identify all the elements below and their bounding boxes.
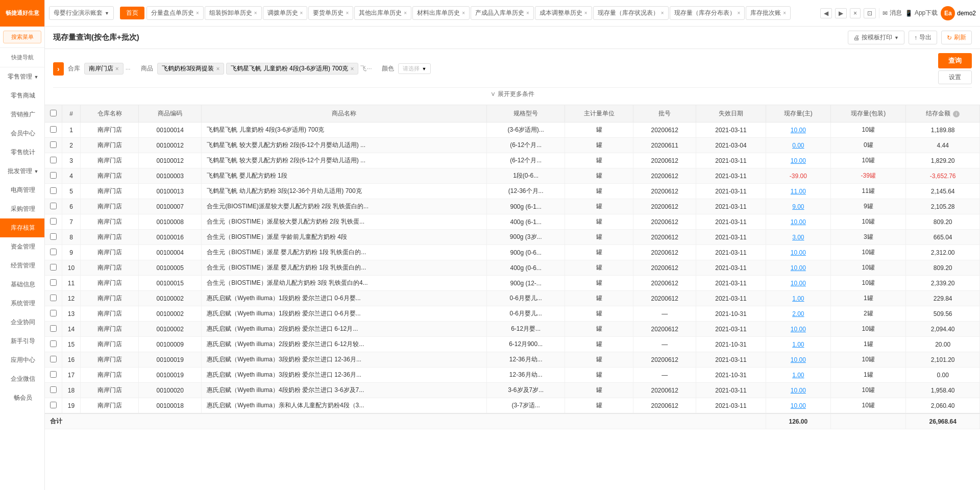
chevron-down-icon-color: ▼ bbox=[422, 66, 426, 71]
row-checkbox[interactable] bbox=[50, 172, 57, 179]
tab-batch-account[interactable]: 库存批次账 × bbox=[746, 6, 791, 20]
sidebar-item-marketing[interactable]: 营销推广 bbox=[0, 105, 44, 124]
row-checkbox[interactable] bbox=[50, 233, 57, 240]
row-checkbox[interactable] bbox=[50, 141, 57, 148]
sidebar-item-basic[interactable]: 基础信息 bbox=[0, 275, 44, 294]
close-icon-warehouse[interactable]: × bbox=[115, 65, 119, 72]
close-icon-9[interactable]: × bbox=[661, 10, 664, 16]
divider bbox=[879, 8, 879, 18]
tab-zuzhuang[interactable]: 组装拆卸单历史 × bbox=[205, 6, 262, 20]
close-icon-goods-2[interactable]: × bbox=[350, 65, 354, 72]
th-name: 商品名称 bbox=[202, 105, 487, 122]
close-icon-8[interactable]: × bbox=[584, 10, 587, 16]
close-icon-1[interactable]: × bbox=[196, 10, 199, 16]
page-actions: 🖨 按模板打印 ▼ ↑ 导出 ↻ 刷新 bbox=[848, 31, 972, 44]
query-btn-area: 查询 设置 bbox=[938, 53, 972, 84]
goods-tag-1: 飞鹤奶粉3段两提装 × bbox=[157, 63, 225, 75]
nav-maximize[interactable]: ⊡ bbox=[864, 8, 876, 18]
row-checkbox[interactable] bbox=[50, 218, 57, 225]
nav-arrow-left[interactable]: ◀ bbox=[820, 8, 832, 18]
tab-home[interactable]: 首页 bbox=[120, 7, 144, 19]
sidebar-item-retail-stats[interactable]: 零售统计 bbox=[0, 143, 44, 162]
table-row: 11南岸门店00100015合生元（BIOSTIME）派星幼儿配方奶粉 3段 乳… bbox=[45, 276, 980, 291]
nav-close-tab[interactable]: × bbox=[850, 8, 861, 18]
sidebar-item-wholesale[interactable]: 批发管理 ▼ bbox=[0, 162, 44, 181]
color-filter-label: 颜色 bbox=[382, 64, 394, 73]
tab-inventory-status[interactable]: 现存量（库存状况表） × bbox=[593, 6, 669, 20]
tab-fenliangpandian[interactable]: 分量盘点单历史 × bbox=[146, 6, 204, 20]
row-checkbox[interactable] bbox=[50, 157, 57, 163]
sidebar-item-purchase[interactable]: 采购管理 bbox=[0, 200, 44, 218]
row-checkbox[interactable] bbox=[50, 402, 57, 408]
export-button[interactable]: ↑ 导出 bbox=[909, 31, 937, 44]
sidebar-item-finance[interactable]: 资金管理 bbox=[0, 237, 44, 256]
quick-nav-button[interactable]: 快捷导航 bbox=[0, 51, 44, 64]
close-icon-11[interactable]: × bbox=[783, 10, 786, 16]
search-menu-button[interactable]: 搜索菜单 bbox=[3, 31, 41, 43]
row-checkbox[interactable] bbox=[50, 279, 57, 286]
table-body: 1南岸门店00100014飞鹤星飞帆 儿童奶粉 4段(3-6岁适用) 700克(… bbox=[45, 122, 980, 414]
close-icon-5[interactable]: × bbox=[404, 10, 407, 16]
warehouse-more[interactable]: ··· bbox=[126, 65, 131, 72]
row-checkbox[interactable] bbox=[50, 310, 57, 316]
row-checkbox[interactable] bbox=[50, 340, 57, 347]
close-icon-4[interactable]: × bbox=[346, 10, 349, 16]
query-button[interactable]: 查询 bbox=[938, 53, 972, 68]
close-icon-goods-1[interactable]: × bbox=[216, 65, 219, 72]
sidebar-item-inventory[interactable]: 库存核算 bbox=[0, 218, 44, 237]
close-icon-7[interactable]: × bbox=[526, 10, 529, 16]
close-icon-6[interactable]: × bbox=[462, 10, 465, 16]
goods-more[interactable]: 飞··· bbox=[360, 64, 372, 73]
close-icon-3[interactable]: × bbox=[300, 10, 303, 16]
table-row: 16南岸门店00100019惠氏启赋（Wyeth illuma）3段奶粉 爱尔兰… bbox=[45, 352, 980, 368]
footer-amount: 26,968.64 bbox=[906, 413, 980, 429]
tab-cost-adjust[interactable]: 成本调整单历史 × bbox=[535, 6, 592, 20]
print-button[interactable]: 🖨 按模板打印 ▼ bbox=[848, 31, 904, 44]
row-checkbox[interactable] bbox=[50, 187, 57, 194]
tab-product-in[interactable]: 产成品入库单历史 × bbox=[471, 6, 534, 20]
row-checkbox[interactable] bbox=[50, 126, 57, 133]
tab-inventory-dist[interactable]: 现存量（库存分布表） × bbox=[670, 6, 745, 20]
row-checkbox[interactable] bbox=[50, 203, 57, 209]
sidebar-item-system[interactable]: 系统管理 bbox=[0, 294, 44, 313]
sidebar-item-operations[interactable]: 经营管理 bbox=[0, 256, 44, 275]
msg-button[interactable]: ✉ 消息 bbox=[883, 9, 902, 17]
close-icon-10[interactable]: × bbox=[738, 10, 741, 16]
app-download-button[interactable]: 📱 App下载 bbox=[905, 9, 938, 17]
close-icon-2[interactable]: × bbox=[254, 10, 257, 16]
filter-expand-button[interactable]: › bbox=[53, 62, 64, 76]
sidebar-item-newguide[interactable]: 新手引导 bbox=[0, 332, 44, 351]
th-qty-main: 现存量(主) bbox=[766, 105, 830, 122]
row-checkbox[interactable] bbox=[50, 371, 57, 378]
row-checkbox[interactable] bbox=[50, 264, 57, 271]
row-checkbox[interactable] bbox=[50, 356, 57, 362]
sidebar-item-member[interactable]: 会员中心 bbox=[0, 124, 44, 143]
settings-button[interactable]: 设置 bbox=[938, 70, 972, 84]
footer-label: 合计 bbox=[45, 413, 766, 429]
table-row: 15南岸门店00100009惠氏启赋（Wyeth illuma）2段奶粉 爱尔兰… bbox=[45, 337, 980, 352]
user-avatar-area[interactable]: Ea demo2 bbox=[941, 6, 976, 20]
row-checkbox[interactable] bbox=[50, 325, 57, 332]
sidebar-item-retail-shop[interactable]: 零售商城 bbox=[0, 86, 44, 105]
sidebar-item-appcenter[interactable]: 应用中心 bbox=[0, 351, 44, 370]
select-all-checkbox[interactable] bbox=[50, 110, 57, 116]
expand-more-btn[interactable]: ∨ 展开更多条件 bbox=[53, 87, 972, 101]
nav-arrow-right[interactable]: ▶ bbox=[835, 8, 847, 18]
amount-info-icon[interactable]: i bbox=[953, 111, 960, 117]
sidebar-item-retail[interactable]: 零售管理 ▼ bbox=[0, 67, 44, 86]
tab-material-out[interactable]: 材料出库单历史 × bbox=[412, 6, 470, 20]
sidebar-item-enterprise-wechat[interactable]: 企业微信 bbox=[0, 370, 44, 388]
tab-other-out[interactable]: 其他出库单历史 × bbox=[354, 6, 411, 20]
row-checkbox[interactable] bbox=[50, 295, 57, 301]
sidebar-item-member-card[interactable]: 畅会员 bbox=[0, 388, 44, 407]
sidebar-item-ecommerce[interactable]: 电商管理 bbox=[0, 181, 44, 200]
refresh-button[interactable]: ↻ 刷新 bbox=[941, 31, 972, 44]
footer-row: 合计 126.00 26,968.64 bbox=[45, 413, 980, 429]
industry-dropdown[interactable]: 母婴行业演示账套 ▼ bbox=[49, 6, 114, 20]
color-dropdown[interactable]: 请选择 ▼ bbox=[398, 63, 431, 74]
tab-diaobos[interactable]: 调拨单历史 × bbox=[263, 6, 308, 20]
row-checkbox[interactable] bbox=[50, 249, 57, 255]
sidebar-item-enterprise[interactable]: 企业协同 bbox=[0, 313, 44, 332]
row-checkbox[interactable] bbox=[50, 386, 57, 393]
tab-yaohuo[interactable]: 要货单历史 × bbox=[308, 6, 353, 20]
